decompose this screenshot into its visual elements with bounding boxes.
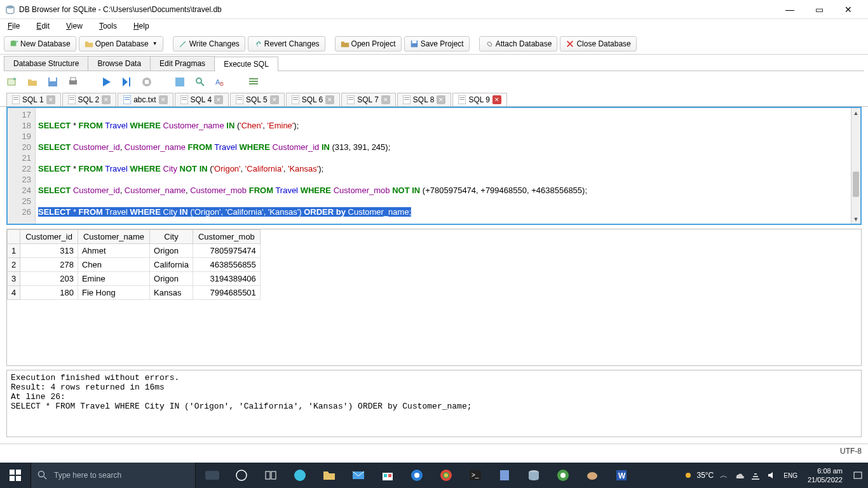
close-tab-icon[interactable]: ✕: [492, 95, 501, 104]
close-tab-icon[interactable]: ✕: [325, 95, 334, 104]
print-icon[interactable]: [67, 76, 79, 88]
taskbar-app-notes[interactable]: [491, 463, 519, 488]
col-Customer_name[interactable]: Customer_name: [78, 230, 149, 244]
col-Customer_mob[interactable]: Customer_mob: [193, 230, 260, 244]
open-proj-icon: [341, 39, 349, 48]
tab-edit-pragmas[interactable]: Edit Pragmas: [150, 56, 215, 71]
menu-file[interactable]: File: [4, 20, 24, 32]
menu-edit[interactable]: Edit: [32, 20, 53, 32]
file-tab-6[interactable]: SQL 7✕: [341, 93, 396, 106]
close-tab-icon[interactable]: ✕: [159, 95, 168, 104]
tray-chevron-icon[interactable]: ︿: [720, 470, 728, 481]
taskbar-app-chrome2[interactable]: [549, 463, 577, 488]
tab-database-structure[interactable]: Database Structure: [4, 56, 88, 71]
sql-editor[interactable]: 17181920212223242526 SELECT * FROM Trave…: [6, 107, 862, 225]
file-tab-7[interactable]: SQL 8✕: [397, 93, 452, 106]
editor-scrollbar[interactable]: ▲ ▼: [851, 108, 860, 224]
scroll-up-icon[interactable]: ▲: [851, 108, 860, 118]
tray-notifications-icon[interactable]: [853, 470, 863, 480]
tray-language[interactable]: ENG: [783, 472, 797, 479]
revert-changes-button[interactable]: Revert Changes: [248, 36, 325, 51]
scroll-thumb[interactable]: [853, 172, 859, 197]
table-row[interactable]: 1313AhmetOrigon7805975474: [8, 244, 261, 258]
file-tab-4[interactable]: SQL 5✕: [230, 93, 285, 106]
tray-volume-icon[interactable]: [767, 470, 777, 480]
taskbar-app-word[interactable]: W: [607, 463, 635, 488]
scroll-down-icon[interactable]: ▼: [851, 214, 860, 224]
taskbar-app-browser[interactable]: [403, 463, 431, 488]
taskbar-app-store[interactable]: [374, 463, 402, 488]
taskbar-app-edge[interactable]: [286, 463, 314, 488]
close-tab-icon[interactable]: ✕: [214, 95, 223, 104]
attach-database-button[interactable]: Attach Database: [479, 36, 558, 51]
tray-onedrive-icon[interactable]: [734, 470, 744, 480]
editor-code[interactable]: SELECT * FROM Travel WHERE Customer_name…: [36, 108, 851, 224]
new-database-button[interactable]: +New Database: [4, 36, 76, 51]
save-sql-icon[interactable]: [47, 76, 58, 88]
taskbar-app-cortana[interactable]: [227, 463, 255, 488]
find-icon[interactable]: [194, 76, 206, 88]
table-row[interactable]: 2278ChenCalifornia4638556855: [8, 258, 261, 272]
open-file-icon[interactable]: [27, 76, 38, 88]
file-tab-0[interactable]: SQL 1✕: [6, 93, 61, 106]
file-tab-1[interactable]: SQL 2✕: [62, 93, 117, 106]
svg-rect-67: [500, 470, 509, 480]
open-project-button[interactable]: Open Project: [335, 36, 402, 51]
file-tab-3[interactable]: SQL 4✕: [175, 93, 229, 106]
svg-rect-48: [10, 476, 15, 481]
save-results-icon[interactable]: [174, 76, 186, 88]
taskbar-app-taskview[interactable]: [257, 463, 285, 488]
menu-view[interactable]: View: [62, 20, 86, 32]
taskbar-app-chrome[interactable]: [432, 463, 460, 488]
start-button[interactable]: [0, 463, 31, 488]
close-database-button[interactable]: Close Database: [560, 36, 636, 51]
tray-network-icon[interactable]: [750, 470, 761, 480]
weather-widget[interactable]: 35°C: [682, 470, 714, 481]
menu-help[interactable]: Help: [130, 20, 153, 32]
stop-icon[interactable]: [141, 76, 153, 88]
log-pane[interactable]: Execution finished without errors. Resul…: [6, 370, 862, 437]
save-project-button[interactable]: Save Project: [404, 36, 470, 51]
taskbar-app-mail[interactable]: [344, 463, 372, 488]
table-row[interactable]: 3203EmineOrigon3194389406: [8, 272, 261, 286]
tab-browse-data[interactable]: Browse Data: [88, 56, 151, 71]
file-tab-8[interactable]: SQL 9✕: [452, 93, 507, 106]
close-tab-icon[interactable]: ✕: [270, 95, 279, 104]
taskbar-app-meetnow[interactable]: [198, 463, 226, 488]
results-table[interactable]: Customer_idCustomer_nameCityCustomer_mob…: [7, 229, 261, 300]
statusbar: UTF-8: [0, 444, 868, 458]
svg-rect-26: [125, 97, 130, 98]
svg-point-71: [587, 472, 597, 480]
new-tab-icon[interactable]: +: [6, 76, 18, 88]
find-replace-icon[interactable]: AB: [215, 76, 226, 88]
col-Customer_id[interactable]: Customer_id: [20, 230, 78, 244]
close-tab-icon[interactable]: ✕: [381, 95, 390, 104]
taskbar-app-explorer[interactable]: [315, 463, 343, 488]
taskbar-search[interactable]: Type here to search: [31, 463, 196, 488]
close-tab-icon[interactable]: ✕: [437, 95, 445, 104]
tab-execute-sql[interactable]: Execute SQL: [214, 57, 278, 71]
close-button[interactable]: ✕: [834, 0, 863, 19]
svg-rect-44: [459, 97, 465, 98]
execute-line-icon[interactable]: [121, 76, 132, 88]
file-tab-2[interactable]: abc.txt✕: [118, 93, 173, 106]
indent-icon[interactable]: [248, 76, 259, 88]
close-tab-icon[interactable]: ✕: [102, 95, 111, 104]
window-title: DB Browser for SQLite - C:\Users\user\Do…: [19, 5, 775, 14]
col-City[interactable]: City: [150, 230, 193, 244]
write-changes-button[interactable]: Write Changes: [173, 36, 245, 51]
file-tab-5[interactable]: SQL 6✕: [286, 93, 341, 106]
taskbar-app-sqlite[interactable]: [520, 463, 548, 488]
taskbar-app-terminal[interactable]: >_: [461, 463, 489, 488]
svg-text:+: +: [13, 76, 17, 83]
minimize-button[interactable]: —: [775, 0, 804, 19]
maximize-button[interactable]: ▭: [804, 0, 834, 19]
open-database-button[interactable]: Open Database▼: [79, 36, 163, 51]
tray-clock[interactable]: 6:08 am 21/05/2022: [804, 466, 846, 484]
execute-icon[interactable]: [100, 76, 112, 88]
svg-rect-45: [459, 99, 465, 100]
taskbar-app-paint[interactable]: [578, 463, 606, 488]
menu-tools[interactable]: Tools: [95, 20, 121, 32]
close-tab-icon[interactable]: ✕: [46, 95, 55, 104]
table-row[interactable]: 4180Fie HongKansas7994685501: [8, 286, 261, 300]
